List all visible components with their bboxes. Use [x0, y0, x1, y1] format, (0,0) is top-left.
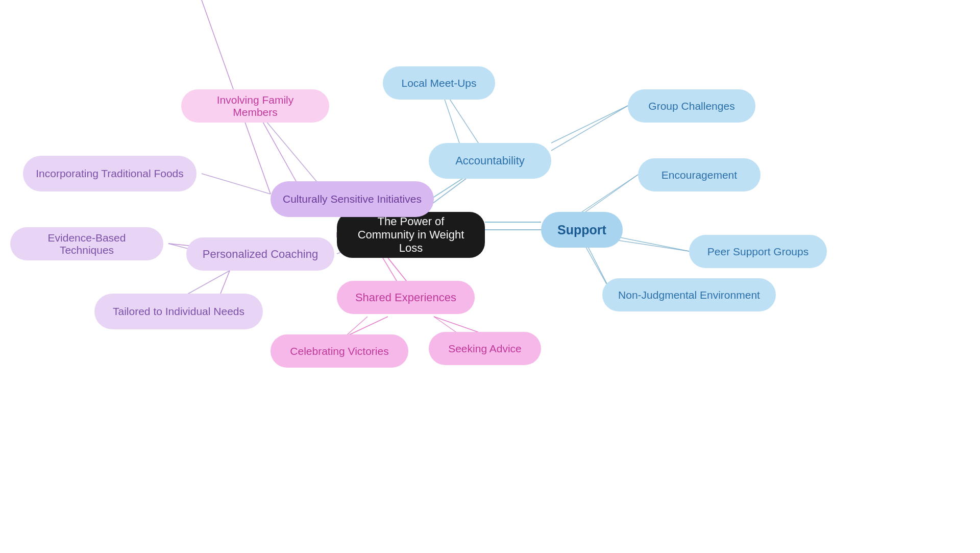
seeking-advice-node: Seeking Advice	[429, 332, 541, 365]
svg-line-28	[184, 271, 230, 296]
mindmap-container: The Power of Community in Weight Loss Ac…	[0, 0, 980, 553]
shared-experiences-node: Shared Experiences	[337, 281, 475, 314]
svg-line-30	[345, 317, 388, 337]
personalized-coaching-node: Personalized Coaching	[186, 237, 334, 271]
non-judgmental-node: Non-Judgmental Environment	[602, 278, 776, 311]
incorporating-traditional-node: Incorporating Traditional Foods	[23, 156, 197, 191]
svg-line-12	[219, 271, 230, 296]
culturally-sensitive-node: Culturally Sensitive Initiatives	[271, 181, 434, 217]
accountability-node: Accountability	[429, 143, 551, 179]
group-challenges-node: Group Challenges	[628, 89, 755, 123]
support-node: Support	[541, 212, 623, 248]
celebrating-victories-node: Celebrating Victories	[271, 334, 408, 368]
evidence-based-node: Evidence-Based Techniques	[10, 227, 163, 260]
svg-line-14	[345, 317, 368, 337]
involving-family-node: Involving Family Members	[181, 89, 329, 123]
svg-line-13	[383, 258, 398, 283]
encouragement-node: Encouragement	[638, 158, 761, 191]
local-meetups-node: Local Meet-Ups	[383, 66, 495, 100]
center-node: The Power of Community in Weight Loss	[337, 212, 485, 258]
svg-line-29	[388, 258, 408, 283]
svg-line-25	[202, 174, 271, 194]
svg-line-3	[551, 106, 628, 143]
svg-line-4	[582, 175, 638, 212]
tailored-node: Tailored to Individual Needs	[94, 294, 263, 329]
svg-line-20	[582, 175, 638, 214]
svg-line-19	[551, 106, 628, 151]
peer-support-groups-node: Peer Support Groups	[689, 235, 827, 268]
